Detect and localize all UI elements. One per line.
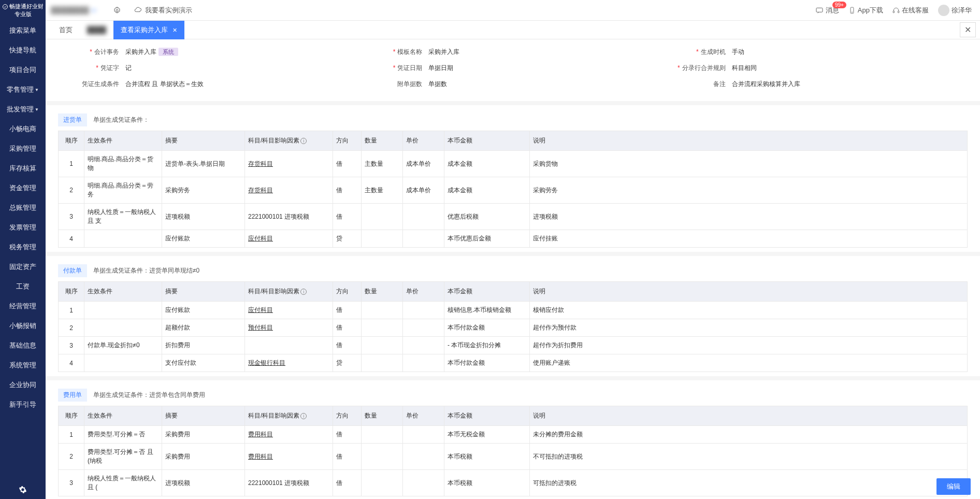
tab-label: 首页	[59, 26, 73, 34]
sidebar: 畅捷通好业财 专业版 搜索菜单快捷导航项目合同零售管理▼批发管理▼小畅电商采购管…	[0, 0, 46, 39]
user-name: 徐泽华	[952, 6, 972, 15]
close-icon[interactable]: ✕	[172, 27, 177, 33]
avatar	[938, 5, 949, 16]
messages[interactable]: 消息 99+	[815, 6, 839, 15]
sidebar-item[interactable]: 搜索菜单	[0, 21, 46, 39]
messages-badge: 99+	[832, 2, 846, 8]
chevron-down-icon	[91, 8, 96, 13]
svg-point-0	[3, 4, 8, 9]
org-name: ████████	[51, 6, 89, 14]
service-label: 在线客服	[902, 6, 929, 15]
headset-icon	[892, 7, 900, 14]
org-settings[interactable]	[113, 6, 121, 15]
demo-text: 我要看实例演示	[145, 6, 192, 15]
download-label: App下载	[858, 6, 883, 15]
online-service[interactable]: 在线客服	[892, 6, 929, 15]
user-menu[interactable]: 徐泽华	[938, 5, 972, 16]
brand-title: 畅捷通好业财	[9, 3, 44, 10]
tab-label: 查看采购并入库	[121, 26, 168, 34]
phone-icon	[848, 7, 856, 14]
topbar: ████████ 我要看实例演示 消息 99+ App下载 在线客服 徐泽华	[0, 0, 980, 21]
tabbar: 首页 ████ 查看采购并入库 ✕ ✕	[46, 21, 980, 39]
org-selector[interactable]: ████████	[47, 4, 100, 16]
close-all-tabs[interactable]: ✕	[960, 22, 976, 37]
message-icon	[815, 6, 824, 15]
svg-rect-2	[816, 8, 823, 12]
svg-point-4	[852, 11, 852, 12]
cloud-icon	[134, 6, 142, 15]
svg-rect-5	[893, 11, 894, 13]
logo: 畅捷通好业财 专业版	[0, 0, 46, 21]
brand-sub: 专业版	[15, 10, 32, 18]
nav: 搜索菜单快捷导航项目合同零售管理▼批发管理▼小畅电商采购管理库存核算资金管理总账…	[0, 21, 46, 39]
logo-icon	[2, 4, 8, 10]
gear-icon	[113, 6, 121, 15]
demo-link[interactable]: 我要看实例演示	[134, 6, 192, 15]
app-download[interactable]: App下载	[848, 6, 883, 15]
tab-home[interactable]: 首页	[52, 21, 80, 39]
svg-point-1	[116, 9, 118, 11]
tab-view-purchase[interactable]: 查看采购并入库 ✕	[113, 21, 185, 39]
tab-blurred[interactable]: ████	[80, 21, 113, 39]
tab-label: ████	[87, 26, 106, 34]
svg-rect-6	[898, 11, 899, 13]
